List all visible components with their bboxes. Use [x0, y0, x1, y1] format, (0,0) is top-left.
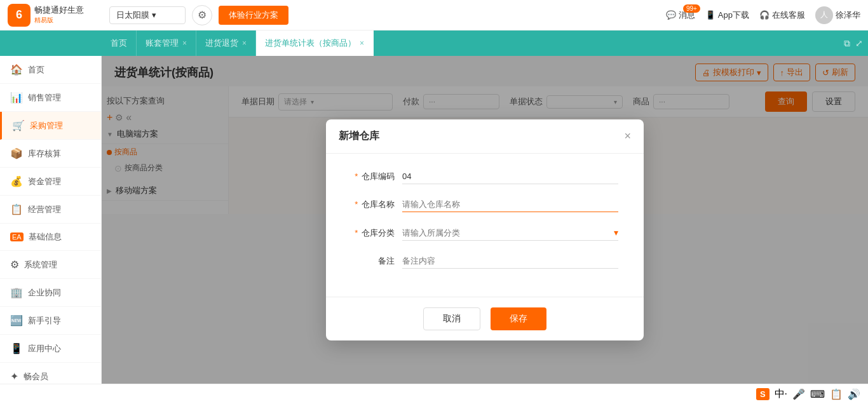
tab-purchase-return-label: 进货退货 [205, 37, 238, 49]
sidebar-label-member: 畅会员 [24, 371, 48, 382]
tab-bar: 首页 账套管理 × 进货退货 × 进货单统计表（按商品） × ⧉ ⤢ [0, 30, 868, 56]
required-mark-category: * [355, 228, 358, 238]
sidebar-item-basic[interactable]: EA 基础信息 [0, 224, 101, 251]
finance-icon: 💰 [10, 175, 23, 187]
bottom-bar: S 中· 🎤 ⌨ 📋 🔊 [0, 384, 868, 404]
sidebar-label-purchase: 采购管理 [30, 120, 63, 131]
form-row-category: * 仓库分类 ▾ [351, 225, 618, 241]
app-download-button[interactable]: 📱 App下载 [705, 10, 749, 21]
volume-icon[interactable]: 🔊 [848, 388, 860, 400]
sidebar-item-enterprise[interactable]: 🏢 企业协同 [0, 279, 101, 307]
sidebar-label-home: 首页 [28, 64, 44, 76]
app-download-label: App下载 [718, 10, 749, 21]
stock-icon: 📦 [10, 147, 23, 159]
sidebar-item-guide[interactable]: 🆕 新手引导 [0, 307, 101, 335]
sidebar-item-operation[interactable]: 📋 经营管理 [0, 196, 101, 224]
category-label-field: * 仓库分类 [351, 227, 402, 239]
sidebar-item-finance[interactable]: 💰 资金管理 [0, 168, 101, 196]
category-input[interactable] [402, 228, 614, 238]
dialog-title: 新增仓库 [339, 130, 379, 143]
sidebar-label-sales: 销售管理 [28, 92, 61, 104]
sidebar-label-stock: 库存核算 [28, 148, 61, 159]
name-label: * 仓库名称 [351, 199, 402, 210]
category-dropdown-icon: ▾ [614, 227, 618, 238]
sidebar-item-apps[interactable]: 📱 应用中心 [0, 335, 101, 363]
required-mark-name: * [355, 199, 358, 209]
tab-purchase-return-close[interactable]: × [242, 39, 247, 48]
required-mark-code: * [355, 172, 358, 181]
avatar: 人 [815, 6, 833, 24]
logo-area: 6 畅捷通好生意 精易版 [8, 4, 103, 27]
dialog-footer: 取消 保存 [326, 297, 644, 340]
bottom-logo: S [756, 388, 770, 400]
new-warehouse-dialog: 新增仓库 × * 仓库编码 * 仓库名称 [326, 119, 644, 340]
sidebar-label-finance: 资金管理 [28, 176, 61, 187]
tab-account-label: 账套管理 [146, 37, 179, 49]
gear-icon: ⚙ [198, 9, 207, 21]
member-icon: ✦ [10, 370, 18, 382]
sales-icon: 📊 [10, 91, 23, 104]
online-service-button[interactable]: 🎧 在线客服 [759, 10, 805, 21]
sidebar-item-purchase[interactable]: 🛒 采购管理 [0, 112, 101, 140]
settings-button[interactable]: ⚙ [192, 5, 212, 25]
enterprise-icon: 🏢 [10, 286, 23, 299]
purchase-icon: 🛒 [12, 119, 25, 131]
headset-icon: 🎧 [759, 10, 770, 20]
tab-home-label: 首页 [111, 37, 127, 49]
dialog-close-button[interactable]: × [624, 130, 631, 143]
basic-icon: EA [10, 232, 24, 241]
code-input[interactable] [402, 169, 618, 184]
save-button[interactable]: 保存 [491, 307, 546, 330]
tab-account-close[interactable]: × [182, 39, 187, 48]
form-row-name: * 仓库名称 [351, 197, 618, 212]
restore-icon[interactable]: ⧉ [844, 38, 850, 49]
tab-purchase-stats-close[interactable]: × [360, 39, 364, 48]
form-row-code: * 仓库编码 [351, 169, 618, 184]
message-button[interactable]: 💬 消息 99+ [666, 10, 695, 21]
store-name: 日太阳膜 [116, 10, 149, 21]
store-selector[interactable]: 日太阳膜 ▾ [109, 6, 186, 24]
message-icon: 💬 [666, 10, 676, 20]
dialog-overlay: 新增仓库 × * 仓库编码 * 仓库名称 [102, 56, 868, 404]
category-select-wrap[interactable]: ▾ [402, 225, 618, 241]
online-service-label: 在线客服 [772, 10, 805, 21]
phone-icon: 📱 [705, 10, 715, 20]
sidebar-item-sales[interactable]: 📊 销售管理 [0, 84, 101, 112]
sidebar-item-stock[interactable]: 📦 库存核算 [0, 140, 101, 168]
sidebar-item-system[interactable]: ⚙ 系统管理 [0, 251, 101, 279]
apps-icon: 📱 [10, 342, 23, 354]
user-menu[interactable]: 人 徐泽华 [815, 6, 860, 24]
header-right: 💬 消息 99+ 📱 App下载 🎧 在线客服 人 徐泽华 [666, 6, 860, 24]
experience-button[interactable]: 体验行业方案 [219, 6, 288, 25]
message-badge: 99+ [683, 4, 700, 13]
sidebar-item-home[interactable]: 🏠 首页 [0, 56, 101, 84]
top-header: 6 畅捷通好生意 精易版 日太阳膜 ▾ ⚙ 体验行业方案 💬 消息 99+ 📱 … [0, 0, 868, 30]
tab-purchase-return[interactable]: 进货退货 × [196, 30, 256, 56]
note-label-field: 备注 [351, 255, 402, 267]
cancel-button[interactable]: 取消 [423, 307, 480, 330]
tab-account[interactable]: 账套管理 × [137, 30, 196, 56]
guide-icon: 🆕 [10, 314, 23, 327]
app-badge: 精易版 [34, 16, 84, 25]
system-icon: ⚙ [10, 259, 19, 271]
user-name: 徐泽华 [836, 10, 860, 21]
sidebar-label-enterprise: 企业协同 [28, 287, 61, 299]
dropdown-arrow-icon: ▾ [152, 10, 156, 20]
sidebar: 🏠 首页 📊 销售管理 🛒 采购管理 📦 库存核算 💰 资金管理 📋 经营管理 … [0, 56, 102, 404]
tab-home[interactable]: 首页 [102, 30, 137, 56]
note-input[interactable] [402, 253, 618, 269]
code-label: * 仓库编码 [351, 171, 402, 182]
keyboard-icon[interactable]: ⌨ [810, 388, 825, 400]
name-input[interactable] [402, 197, 618, 212]
content-area: 进货单统计(按商品) 🖨 按模板打印 ▾ ↑ 导出 ↺ 刷新 [102, 56, 868, 404]
mic-icon[interactable]: 🎤 [792, 388, 805, 400]
expand-icon[interactable]: ⤢ [855, 38, 863, 48]
app-logo: 6 [8, 4, 31, 27]
clipboard-icon[interactable]: 📋 [830, 388, 843, 400]
tab-purchase-stats[interactable]: 进货单统计表（按商品） × [256, 30, 374, 56]
dialog-body: * 仓库编码 * 仓库名称 * [326, 154, 644, 297]
form-row-note: 备注 [351, 253, 618, 269]
sidebar-label-guide: 新手引导 [28, 315, 61, 327]
tab-purchase-stats-label: 进货单统计表（按商品） [265, 37, 356, 49]
sidebar-label-basic: 基础信息 [29, 231, 62, 243]
